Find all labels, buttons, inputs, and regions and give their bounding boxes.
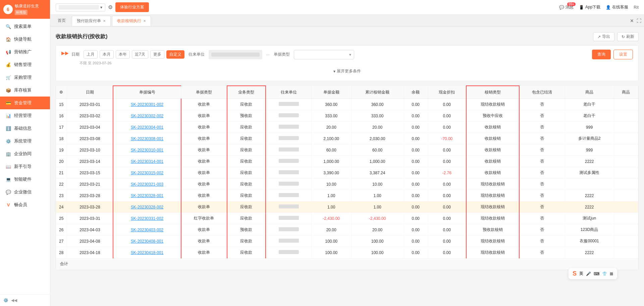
row-docno-link[interactable]: SK-20230328-002 (131, 205, 163, 209)
row-docno-link[interactable]: SK-20230302-002 (131, 114, 163, 118)
row-docno[interactable]: SK-20230418-001 (113, 247, 181, 258)
row-balance: 0.00 (404, 190, 428, 201)
sidebar-item-hardware[interactable]: 💻 智能硬件 (0, 173, 50, 186)
sidebar-item-finance[interactable]: 💳 资金管理 (0, 97, 50, 109)
row-included: 否 (519, 179, 565, 190)
col-goods2: 商品 (614, 86, 638, 99)
close-tab-icon[interactable]: ✕ (630, 18, 634, 23)
sidebar-item-wechat[interactable]: 💬 企业微信 (0, 186, 50, 198)
row-docno-link[interactable]: SK-20230308-001 (131, 136, 163, 141)
export-button[interactable]: ↗ 导出 (593, 32, 614, 41)
table-row: 172023-03-04SK-20230304-001收款单应收款20.0020… (56, 122, 638, 133)
row-docno[interactable]: SK-20230403-002 (113, 224, 181, 236)
row-docno-link[interactable]: SK-20230328-001 (131, 193, 163, 198)
row-docno[interactable]: SK-20230328-002 (113, 201, 181, 213)
sidebar-item-label: 企业微信 (14, 189, 32, 195)
sidebar-item-search[interactable]: 🔍 搜索菜单 (0, 20, 50, 33)
partner-filter-input[interactable] (209, 50, 262, 59)
row-docno[interactable]: SK-20230304-001 (113, 122, 181, 133)
row-docno[interactable]: SK-20230331-002 (113, 213, 181, 224)
row-num: 20 (56, 156, 67, 167)
tab-collection-cancel[interactable]: 收款核销执行 ✕ (112, 16, 151, 26)
row-docno[interactable]: SK-20230321-003 (113, 179, 181, 190)
row-docno-link[interactable]: SK-20230408-001 (131, 239, 163, 244)
online-service-button[interactable]: 👤 在线客服 (606, 4, 628, 10)
row-date: 2023-03-10 (67, 144, 113, 156)
sidebar-bottom: ⚙️ ◀◀ (0, 294, 50, 306)
query-button[interactable]: 查询 (592, 50, 611, 59)
settings-icon[interactable]: ⚙️ (3, 298, 8, 303)
industry-solution-button[interactable]: 体验行业方案 (115, 2, 149, 12)
sidebar-item-operation[interactable]: 📊 经营管理 (0, 109, 50, 122)
row-docno-link[interactable]: SK-20230403-002 (131, 228, 163, 232)
this-month-btn[interactable]: 本月 (100, 50, 114, 59)
expand-conditions-button[interactable]: ▾ 展开更多条件 (333, 67, 361, 75)
row-docno-link[interactable]: SK-20230418-001 (131, 250, 163, 255)
row-balance: 0.00 (404, 156, 428, 167)
row-docno[interactable]: SK-20230315-002 (113, 167, 181, 179)
row-date: 2023-04-03 (67, 224, 113, 236)
filter-collapse-icon[interactable]: ▶▶ (61, 50, 69, 56)
app-download-button[interactable]: 📱 App下载 (579, 4, 600, 10)
user-name[interactable]: Rit (634, 5, 639, 10)
row-docno[interactable]: SK-20230328-001 (113, 190, 181, 201)
col-settings[interactable]: ⚙ (56, 86, 67, 99)
refresh-button[interactable]: ↻ 刷新 (617, 32, 639, 41)
tab-home[interactable]: 首页 (53, 16, 70, 25)
sidebar-item-shortcut[interactable]: 🏠 快捷导航 (0, 33, 50, 46)
row-included: 否 (519, 133, 565, 144)
more-date-btn[interactable]: 更多 (150, 50, 164, 59)
sidebar-item-sales[interactable]: 💰 销售管理 (0, 58, 50, 71)
row-num: 28 (56, 247, 67, 258)
company-selector[interactable]: ▾ (56, 3, 105, 11)
row-docno[interactable]: SK-20230314-001 (113, 156, 181, 167)
custom-date-btn[interactable]: 自定义 (166, 50, 184, 59)
row-docno-link[interactable]: SK-20230314-001 (131, 159, 163, 164)
close-collection-tab-icon[interactable]: ✕ (143, 19, 146, 23)
row-discount: 0.00 (428, 144, 466, 156)
collapse-icon[interactable]: ◀◀ (11, 298, 17, 303)
col-goods1: 商品 (565, 86, 614, 99)
settings-button[interactable]: 设置 (613, 50, 633, 59)
tabbar-actions: ✕ ⛶ (630, 18, 641, 23)
row-doctype: 收款单 (181, 247, 227, 258)
row-cancel-amount: -2,430.00 (351, 213, 404, 224)
row-discount: 0.00 (428, 190, 466, 201)
row-balance: 0.00 (404, 99, 428, 110)
expand-tab-icon[interactable]: ⛶ (637, 18, 641, 23)
row-docno-link[interactable]: SK-20230321-003 (131, 182, 163, 187)
row-num: 23 (56, 190, 67, 201)
row-discount: -2.76 (428, 167, 466, 179)
row-partner (266, 224, 311, 236)
row-docno-link[interactable]: SK-20230301-002 (131, 102, 163, 107)
sidebar-item-member[interactable]: V 畅会员 (0, 198, 50, 211)
sidebar-item-guide[interactable]: 📖 新手引导 (0, 160, 50, 173)
sidebar-item-system[interactable]: ⚙️ 系统管理 (0, 135, 50, 147)
row-docno-link[interactable]: SK-20230315-002 (131, 171, 163, 175)
sidebar-item-inventory[interactable]: 📦 库存核算 (0, 84, 50, 97)
row-docno[interactable]: SK-20230308-001 (113, 133, 181, 144)
sidebar-item-purchase[interactable]: 🛒 采购管理 (0, 71, 50, 84)
row-docno[interactable]: SK-20230302-002 (113, 110, 181, 122)
row-docno-link[interactable]: SK-20230310-001 (131, 148, 163, 152)
row-goods1: 2222 (565, 190, 614, 201)
close-payment-tab-icon[interactable]: ✕ (103, 19, 106, 23)
message-button[interactable]: 💬 消息 99+ (559, 4, 574, 10)
this-year-btn[interactable]: 本年 (116, 50, 130, 59)
row-docno-link[interactable]: SK-20230331-002 (131, 216, 163, 221)
row-docno[interactable]: SK-20230301-002 (113, 99, 181, 110)
gear-icon[interactable]: ⚙ (108, 4, 113, 10)
sidebar-item-basic[interactable]: ℹ️ 基础信息 (0, 122, 50, 135)
row-cancel-amount: 333.00 (351, 110, 404, 122)
last-month-btn[interactable]: 上月 (84, 50, 98, 59)
sidebar-item-corp[interactable]: 🏢 企业协同 (0, 147, 50, 160)
sidebar-item-marketing[interactable]: 📢 营销推广 (0, 46, 50, 58)
last-7days-btn[interactable]: 近7天 (132, 50, 148, 59)
row-goods2 (614, 236, 638, 247)
row-docno[interactable]: SK-20230310-001 (113, 144, 181, 156)
tab-payment-order[interactable]: 预付款应付单 ✕ (72, 16, 111, 26)
row-docno-link[interactable]: SK-20230304-001 (131, 125, 163, 130)
row-docno[interactable]: SK-20230408-001 (113, 236, 181, 247)
row-date: 2023-03-01 (67, 99, 113, 110)
doc-type-filter-select[interactable]: ▾ (294, 50, 354, 59)
